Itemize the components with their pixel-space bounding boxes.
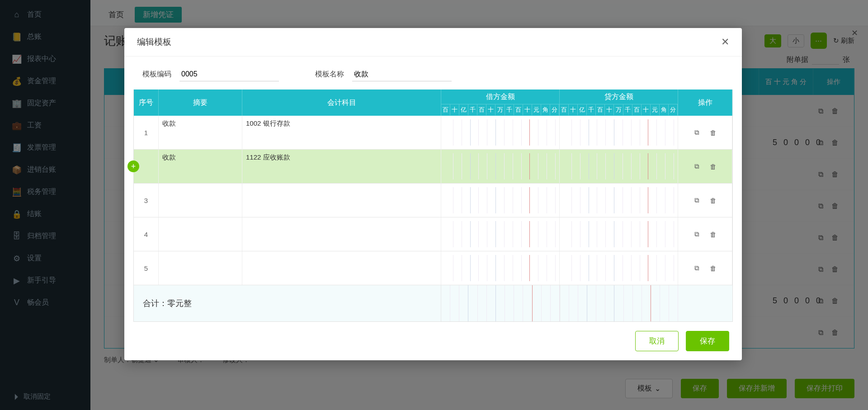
- row-index: 4: [134, 217, 159, 251]
- row-index: 3: [134, 184, 159, 217]
- col-credit: 贷方金额 百十亿千百十万千百十元角分: [560, 90, 678, 116]
- unit-cell: 十: [569, 104, 578, 115]
- row-op: ⧉🗑: [678, 116, 732, 149]
- unit-cell: 分: [669, 104, 678, 115]
- delete-row-icon[interactable]: 🗑: [709, 196, 717, 204]
- amount-grid[interactable]: [441, 251, 560, 285]
- unit-cell: 千: [623, 104, 632, 115]
- amount-grid[interactable]: [560, 116, 678, 149]
- delete-row-icon[interactable]: 🗑: [709, 230, 717, 238]
- unit-cell: 万: [614, 104, 623, 115]
- row-account[interactable]: [242, 217, 441, 251]
- unit-cell: 百: [514, 104, 523, 115]
- unit-cell: 十: [450, 104, 459, 115]
- cancel-button[interactable]: 取消: [635, 331, 679, 351]
- row-account[interactable]: [242, 251, 441, 285]
- unit-cell: 万: [495, 104, 505, 115]
- row-summary[interactable]: [159, 217, 242, 251]
- table-row: 5⧉🗑: [134, 251, 732, 285]
- template-name-label: 模板名称: [315, 70, 344, 79]
- modal-title: 编辑模板: [137, 36, 171, 48]
- unit-cell: 角: [660, 104, 669, 115]
- row-account[interactable]: 1122 应收账款: [242, 150, 441, 183]
- unit-cell: 百: [560, 104, 569, 115]
- copy-row-icon[interactable]: ⧉: [693, 162, 701, 170]
- unit-cell: 分: [550, 104, 559, 115]
- unit-cell: 亿: [578, 104, 587, 115]
- amount-grid[interactable]: [560, 150, 678, 183]
- unit-cell: 千: [505, 104, 514, 115]
- unit-cell: 百: [477, 104, 486, 115]
- unit-cell: 角: [541, 104, 550, 115]
- table-row: 3⧉🗑: [134, 184, 732, 217]
- amount-grid[interactable]: [560, 184, 678, 217]
- col-index: 序号: [134, 90, 159, 116]
- template-table: 序号 摘要 会计科目 借方金额 百十亿千百十万千百十元角分 贷方金额 百十亿千百…: [133, 90, 733, 322]
- modal-close-button[interactable]: ✕: [721, 36, 729, 48]
- row-summary[interactable]: 收款: [159, 116, 242, 149]
- row-op: ⧉🗑: [678, 251, 732, 285]
- delete-row-icon[interactable]: 🗑: [709, 264, 717, 272]
- row-op: ⧉🗑: [678, 184, 732, 217]
- unit-cell: 元: [651, 104, 660, 115]
- add-row-button[interactable]: +: [127, 160, 139, 172]
- row-op: ⧉🗑: [678, 150, 732, 183]
- unit-cell: 千: [587, 104, 596, 115]
- unit-cell: 百: [632, 104, 642, 115]
- amount-grid[interactable]: [441, 184, 560, 217]
- col-account: 会计科目: [242, 90, 441, 116]
- unit-cell: 千: [468, 104, 477, 115]
- row-summary[interactable]: [159, 251, 242, 285]
- col-summary: 摘要: [159, 90, 242, 116]
- edit-template-modal: 编辑模板 ✕ 模板编码 模板名称 序号 摘要 会计科目 借方金额 百十亿千百十万…: [124, 28, 742, 360]
- col-debit: 借方金额 百十亿千百十万千百十元角分: [441, 90, 560, 116]
- unit-cell: 百: [441, 104, 450, 115]
- row-op: ⧉🗑: [678, 217, 732, 251]
- row-account[interactable]: [242, 184, 441, 217]
- row-index: 1: [134, 116, 159, 149]
- amount-grid[interactable]: [560, 217, 678, 251]
- template-code-label: 模板编码: [142, 70, 171, 79]
- unit-cell: 十: [642, 104, 651, 115]
- copy-row-icon[interactable]: ⧉: [693, 128, 701, 137]
- table-row: 1收款1002 银行存款⧉🗑: [134, 116, 732, 150]
- amount-grid[interactable]: [560, 251, 678, 285]
- delete-row-icon[interactable]: 🗑: [709, 128, 717, 137]
- table-total-row: 合计：零元整: [134, 285, 732, 321]
- unit-cell: 十: [486, 104, 495, 115]
- unit-cell: 元: [532, 104, 541, 115]
- template-name-input[interactable]: [352, 67, 452, 81]
- copy-row-icon[interactable]: ⧉: [693, 264, 701, 272]
- row-account[interactable]: 1002 银行存款: [242, 116, 441, 149]
- col-op: 操作: [678, 90, 732, 116]
- row-summary[interactable]: 收款: [159, 150, 242, 183]
- unit-cell: 亿: [459, 104, 468, 115]
- delete-row-icon[interactable]: 🗑: [709, 162, 717, 170]
- unit-cell: 十: [523, 104, 532, 115]
- save-button[interactable]: 保存: [686, 331, 729, 351]
- unit-cell: 百: [596, 104, 605, 115]
- row-summary[interactable]: [159, 184, 242, 217]
- amount-grid[interactable]: [441, 116, 560, 149]
- amount-grid[interactable]: [441, 150, 560, 183]
- copy-row-icon[interactable]: ⧉: [693, 196, 701, 204]
- amount-grid[interactable]: [441, 217, 560, 251]
- copy-row-icon[interactable]: ⧉: [693, 230, 701, 238]
- table-row: 4⧉🗑: [134, 217, 732, 251]
- unit-cell: 十: [605, 104, 614, 115]
- table-row: 收款1122 应收账款⧉🗑+: [134, 150, 732, 184]
- row-index: 5: [134, 251, 159, 285]
- template-code-input[interactable]: [179, 67, 279, 81]
